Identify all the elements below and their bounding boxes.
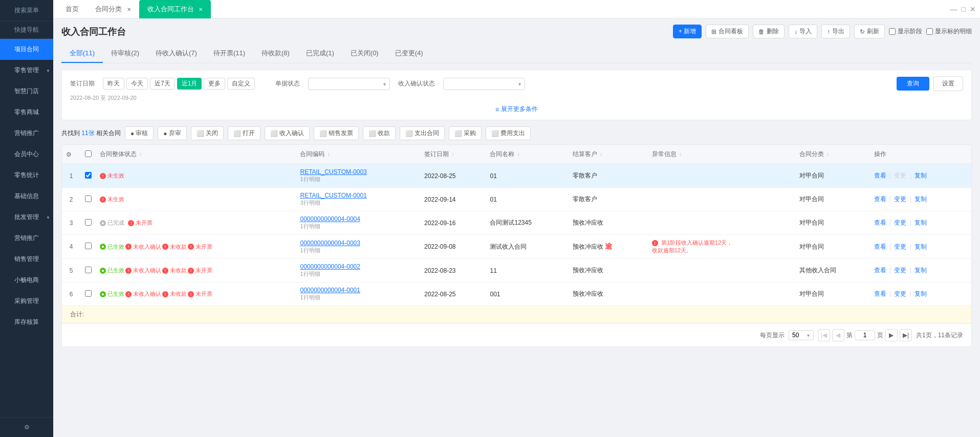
search-button[interactable]: 查询 xyxy=(897,77,929,91)
op-view[interactable]: 查看 xyxy=(874,195,886,203)
page-size-select[interactable]: 50 100 200 xyxy=(789,330,814,340)
filter-settings-button[interactable]: 设置 xyxy=(933,76,963,91)
sidebar-search[interactable]: 搜索菜单 xyxy=(0,0,53,21)
sidebar-settings[interactable]: ⚙ xyxy=(0,417,53,437)
op-copy[interactable]: 复制 xyxy=(914,219,927,226)
panel-button[interactable]: ⊞ 合同看板 xyxy=(706,25,749,38)
show-detail-checkbox[interactable] xyxy=(926,28,933,35)
out-contract-button[interactable]: ⬜ 支出合同 xyxy=(400,126,445,140)
tab-bar-minimize[interactable]: — xyxy=(950,5,957,13)
status-tab-pending-audit[interactable]: 待审核(2) xyxy=(103,45,147,63)
col-checkbox[interactable] xyxy=(80,145,96,164)
sidebar-item-marketing-1[interactable]: 营销推广 xyxy=(0,123,53,144)
contract-code-link[interactable]: RETAIL_CUSTOM-0001 xyxy=(300,192,366,199)
page-number-input[interactable] xyxy=(855,330,875,340)
sidebar-item-smart-store[interactable]: 智慧门店 xyxy=(0,81,53,102)
import-button[interactable]: ↓ 导入 xyxy=(789,25,817,38)
tab-income-contract-workbench[interactable]: 收入合同工作台 ✕ xyxy=(139,0,211,18)
op-view[interactable]: 查看 xyxy=(874,219,886,226)
op-edit[interactable]: 变更 xyxy=(894,172,906,179)
date-btn-yesterday[interactable]: 昨天 xyxy=(103,78,124,90)
sort-customer[interactable]: ↕ xyxy=(600,151,602,157)
row-checkbox[interactable] xyxy=(85,195,92,202)
page-next-button[interactable]: ▶ xyxy=(885,329,898,341)
audit-button[interactable]: ● 审核 xyxy=(125,126,154,140)
row-checkbox[interactable] xyxy=(85,267,92,273)
tab-contract-category[interactable]: 合同分类 ✕ xyxy=(87,0,139,18)
row-checkbox[interactable] xyxy=(85,219,92,226)
purchase-button[interactable]: ⬜ 采购 xyxy=(449,126,482,140)
row-checkbox-cell[interactable] xyxy=(80,188,96,211)
contract-code-link[interactable]: RETAIL_CUSTOM-0003 xyxy=(300,168,366,176)
tab-close-contract-category[interactable]: ✕ xyxy=(127,7,131,12)
export-button[interactable]: ↑ 导出 xyxy=(821,25,850,38)
sidebar-item-retail-stats[interactable]: 零售统计 xyxy=(0,165,53,186)
sidebar-item-ecommerce[interactable]: 小畅电商 xyxy=(0,270,53,291)
op-edit[interactable]: 变更 xyxy=(894,243,906,250)
op-copy[interactable]: 复制 xyxy=(914,267,927,274)
date-btn-custom[interactable]: 自定义 xyxy=(227,78,255,90)
op-copy[interactable]: 复制 xyxy=(914,195,927,203)
tab-bar-maximize[interactable]: □ xyxy=(962,5,966,13)
row-checkbox-cell[interactable] xyxy=(80,235,96,259)
status-tab-completed[interactable]: 已完成(1) xyxy=(298,45,342,63)
open-button[interactable]: ⬜ 打开 xyxy=(228,126,260,140)
date-btn-more[interactable]: 更多 xyxy=(204,78,225,90)
op-view[interactable]: 查看 xyxy=(874,290,886,297)
show-detail-checkbox-wrap[interactable]: 显示标的明细 xyxy=(926,27,972,36)
delete-button[interactable]: 🗑 删除 xyxy=(753,25,785,38)
invoice-button[interactable]: ⬜ 销售发票 xyxy=(314,126,359,140)
select-all-checkbox[interactable] xyxy=(85,150,92,157)
row-checkbox[interactable] xyxy=(85,290,92,297)
contract-code-link[interactable]: 0000000000004-0003 xyxy=(300,239,360,247)
sidebar-item-project-contract[interactable]: 项目合同 xyxy=(0,39,53,60)
status-tab-pending-collect[interactable]: 待收款(8) xyxy=(253,45,298,63)
refresh-button[interactable]: ↻ 刷新 xyxy=(854,25,885,38)
op-copy[interactable]: 复制 xyxy=(914,243,927,250)
op-view[interactable]: 查看 xyxy=(874,267,886,274)
status-tab-changed[interactable]: 已变更(4) xyxy=(387,45,431,63)
op-edit[interactable]: 变更 xyxy=(894,195,906,203)
row-checkbox-cell[interactable] xyxy=(80,211,96,235)
new-button[interactable]: + 新增 xyxy=(673,25,702,38)
status-tab-closed[interactable]: 已关闭(0) xyxy=(342,45,387,63)
close-button[interactable]: ⬜ 关闭 xyxy=(191,126,224,140)
sort-category[interactable]: ↕ xyxy=(826,151,829,157)
row-checkbox-cell[interactable] xyxy=(80,282,96,306)
sidebar-item-retail-mall[interactable]: 零售商城 xyxy=(0,102,53,123)
abandon-button[interactable]: ● 弃审 xyxy=(158,126,186,140)
sort-name[interactable]: ↕ xyxy=(517,151,520,157)
date-btn-1month[interactable]: 近1月 xyxy=(177,78,202,90)
op-view[interactable]: 查看 xyxy=(874,243,886,250)
op-copy[interactable]: 复制 xyxy=(914,172,927,179)
row-checkbox[interactable] xyxy=(85,243,92,249)
sort-sign-date[interactable]: ↕ xyxy=(451,151,454,157)
date-btn-7days[interactable]: 近7天 xyxy=(150,78,175,90)
row-checkbox-cell[interactable] xyxy=(80,164,96,188)
confirm-status-select[interactable] xyxy=(443,78,525,90)
sort-overall-status[interactable]: ↕ xyxy=(139,151,142,157)
show-stage-checkbox-wrap[interactable]: 显示阶段 xyxy=(889,27,922,36)
op-edit[interactable]: 变更 xyxy=(894,267,906,274)
sidebar-item-inventory[interactable]: 库存核算 xyxy=(0,312,53,333)
tab-close-income-workbench[interactable]: ✕ xyxy=(199,7,203,12)
page-first-button[interactable]: |◀ xyxy=(818,329,830,341)
expense-button[interactable]: ⬜ 费用支出 xyxy=(486,126,531,140)
status-tab-pending-invoice[interactable]: 待开票(11) xyxy=(205,45,253,63)
show-stage-checkbox[interactable] xyxy=(889,28,896,35)
sort-abnormal[interactable]: ↕ xyxy=(679,151,682,157)
row-checkbox-cell[interactable] xyxy=(80,259,96,282)
op-copy[interactable]: 复制 xyxy=(914,290,927,297)
doc-status-select[interactable] xyxy=(308,78,390,90)
contract-code-link[interactable]: 0000000000004-0004 xyxy=(300,215,360,223)
col-settings[interactable]: ⚙ xyxy=(62,145,80,164)
op-view[interactable]: 查看 xyxy=(874,172,886,179)
income-confirm-button[interactable]: ⬜ 收入确认 xyxy=(265,126,310,140)
sidebar-item-member-center[interactable]: 会员中心 xyxy=(0,144,53,165)
op-edit[interactable]: 变更 xyxy=(894,290,906,297)
op-edit[interactable]: 变更 xyxy=(894,219,906,226)
sidebar-item-wholesale-management[interactable]: 批发管理 xyxy=(0,207,53,228)
sidebar-item-retail-management[interactable]: 零售管理 xyxy=(0,60,53,81)
page-prev-button[interactable]: ◀ xyxy=(832,329,844,341)
tab-bar-close[interactable]: ✕ xyxy=(970,5,976,13)
